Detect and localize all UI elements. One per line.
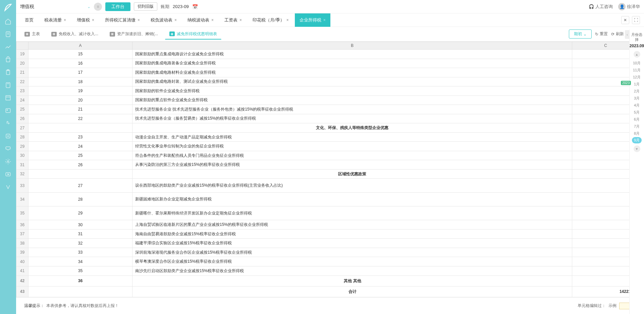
panel-collapse-handle[interactable]: ‹ <box>625 30 630 39</box>
row-number[interactable]: 28 <box>16 132 29 142</box>
calendar-icon[interactable]: 📅 <box>192 4 198 9</box>
sheet-corner[interactable] <box>16 42 29 50</box>
row-number[interactable]: 34 <box>16 192 29 206</box>
cell-b[interactable]: 经营性文化事业单位转制为企业的免征企业所得税 <box>132 142 572 151</box>
cell-a[interactable] <box>29 169 132 179</box>
close-icon[interactable]: × <box>323 18 326 22</box>
period-init-dropdown[interactable]: 期初 ⌄ <box>569 29 592 39</box>
month-item[interactable]: 1月 <box>630 81 644 88</box>
row-number[interactable]: 43 <box>16 286 29 297</box>
title-dropdown-icon[interactable]: ⌄ <box>87 4 91 9</box>
cell-a[interactable]: 15 <box>29 50 132 59</box>
month-item[interactable]: 6月 <box>630 116 644 123</box>
close-all-icon[interactable]: ✕ <box>621 16 629 24</box>
month-item[interactable]: 10月 <box>633 60 641 67</box>
expand-icon[interactable]: ⛶ <box>632 16 640 24</box>
table-row[interactable]: 2823动漫企业自主开发、生产动漫产品定期减免企业所得税 <box>16 132 639 142</box>
cell-b[interactable]: 文化、环保、残疾人等特殊类型企业优惠 <box>132 123 572 133</box>
row-number[interactable]: 21 <box>16 68 29 77</box>
tab-item[interactable]: 税表清册× <box>40 13 71 27</box>
month-item[interactable]: 5月 <box>630 109 644 116</box>
cell-b[interactable]: 海南自由贸易港鼓励类企业减按15%税率征收企业所得税 <box>132 229 572 239</box>
switch-old-button[interactable]: 切到旧版 <box>134 2 157 11</box>
tab-item[interactable]: 工资表× <box>220 13 247 27</box>
close-icon[interactable]: × <box>286 18 289 22</box>
cell-b[interactable]: 上海自贸试验区临港新片区的重点产业企业减按15%的税率征收企业所得税 <box>132 220 572 230</box>
month-item[interactable]: 11月 <box>633 67 641 74</box>
table-row[interactable]: 3731海南自由贸易港鼓励类企业减按15%税率征收企业所得税 <box>16 229 639 239</box>
cell-a[interactable]: 30 <box>29 220 132 230</box>
table-row[interactable]: 2521技术先进型服务企业 技术先进型服务企业（服务外包类）减按15%的税率征收… <box>16 105 639 114</box>
cell-b[interactable]: 国家鼓励的软件企业减免企业所得税 <box>132 86 572 96</box>
cell-b[interactable]: 技术先进型服务企业 技术先进型服务企业（服务外包类）减按15%的税率征收企业所得… <box>132 105 572 114</box>
cell-b[interactable]: 合计 <box>132 286 572 297</box>
row-number[interactable]: 39 <box>16 248 29 257</box>
cell-b[interactable]: 横琴粤澳深度合作区企业减按15%税率征收企业所得税 <box>132 257 572 266</box>
chart-icon[interactable] <box>5 44 11 50</box>
col-header-b[interactable]: B <box>132 42 572 50</box>
row-number[interactable]: 42 <box>16 275 29 286</box>
cell-b[interactable]: 国家鼓励的集成电路封装、测试企业减免企业所得税 <box>132 77 572 86</box>
cell-a[interactable] <box>29 123 132 133</box>
cell-a[interactable]: 36 <box>29 275 132 286</box>
row-number[interactable]: 29 <box>16 142 29 151</box>
close-icon[interactable]: × <box>174 18 177 22</box>
row-number[interactable]: 32 <box>16 169 29 179</box>
cell-b[interactable]: 设在西部地区的鼓励类产业企业减按15%的税率征收企业所得税(主营业务收入占比) <box>132 179 572 192</box>
export-icon[interactable] <box>5 133 11 139</box>
cell-b[interactable]: 区域性优惠政策 <box>132 169 572 179</box>
table-row[interactable]: 2420国家鼓励的重点软件企业减免企业所得税 <box>16 96 639 105</box>
close-icon[interactable]: × <box>92 18 94 22</box>
image-icon[interactable] <box>5 107 11 114</box>
cell-a[interactable]: 19 <box>29 86 132 96</box>
table-row[interactable]: 2117国家鼓励的集成电路材料企业减免企业所得税 <box>16 68 639 77</box>
table-row[interactable]: 2622技术先进型服务企业（服务贸易类）减按15%的税率征收企业所得税 <box>16 114 639 123</box>
row-number[interactable]: 19 <box>16 50 29 59</box>
template-icon[interactable] <box>5 95 11 101</box>
cell-b[interactable]: 国家鼓励的重点集成电路设计企业减免企业所得税 <box>132 50 572 59</box>
cell-a[interactable]: 17 <box>29 68 132 77</box>
cell-a[interactable]: 24 <box>29 142 132 151</box>
table-row[interactable]: 3832福建平潭综合实验区企业减按15%税率征收企业所得税 <box>16 239 639 248</box>
cell-b[interactable]: 动漫企业自主开发、生产动漫产品定期减免企业所得税 <box>132 132 572 142</box>
cell-a[interactable]: 31 <box>29 229 132 239</box>
row-number[interactable]: 33 <box>16 179 29 192</box>
subtab-item[interactable]: ▦主表 <box>20 29 44 39</box>
table-row[interactable]: 27文化、环保、残疾人等特殊类型企业优惠 <box>16 123 639 133</box>
table-row[interactable]: 2319国家鼓励的软件企业减免企业所得税 <box>16 86 639 96</box>
cell-a[interactable]: 28 <box>29 192 132 206</box>
tab-item[interactable]: 首页 <box>20 13 38 27</box>
month-item[interactable]: 4月 <box>630 102 644 109</box>
refresh-button[interactable]: ⟳ 刷新 <box>611 31 624 37</box>
table-row[interactable]: 3025符合条件的生产和装配伤残人员专门用品企业免征企业所得税 <box>16 151 639 160</box>
table-row[interactable]: 4034横琴粤澳深度合作区企业减按15%税率征收企业所得税 <box>16 257 639 266</box>
subtab-item[interactable]: ▦免税收入、减计收入... <box>47 29 103 39</box>
tab-item[interactable]: 纳税波动表× <box>183 13 218 27</box>
cell-b[interactable]: 从事污染防治的第三方企业减按15%的税率征收企业所得税 <box>132 160 572 170</box>
table-row[interactable]: 4236其他 其他 <box>16 275 639 286</box>
row-number[interactable]: 31 <box>16 160 29 170</box>
row-number[interactable]: 27 <box>16 123 29 133</box>
inbox-icon[interactable] <box>5 145 11 152</box>
cell-b[interactable]: 深圳前海深港现代服务业合作区企业减按15%税率征收企业所得税 <box>132 248 572 257</box>
video-icon[interactable] <box>5 171 11 178</box>
home-icon[interactable] <box>5 18 11 25</box>
row-number[interactable]: 23 <box>16 86 29 96</box>
cell-a[interactable]: 23 <box>29 132 132 142</box>
cell-a[interactable]: 26 <box>29 160 132 170</box>
bag-icon[interactable] <box>5 56 11 63</box>
table-row[interactable]: 3933深圳前海深港现代服务业合作区企业减按15%税率征收企业所得税 <box>16 248 639 257</box>
cell-b[interactable]: 技术先进型服务企业（服务贸易类）减按15%的税率征收企业所得税 <box>132 114 572 123</box>
table-row[interactable]: 2218国家鼓励的集成电路封装、测试企业减免企业所得税 <box>16 77 639 86</box>
cell-b[interactable]: 新疆喀什、霍尔果斯特殊经济开发区新办企业定期免征企业所得税 <box>132 206 572 220</box>
close-icon[interactable]: × <box>138 18 140 22</box>
list-icon[interactable]: ≡ <box>94 3 102 11</box>
cell-b[interactable]: 国家鼓励的集成电路装备企业减免企业所得税 <box>132 59 572 68</box>
cell-b[interactable]: 其他 其他 <box>132 275 572 286</box>
table-row[interactable]: 3327设在西部地区的鼓励类产业企业减按15%的税率征收企业所得税(主营业务收入… <box>16 179 639 192</box>
cell-a[interactable]: 18 <box>29 77 132 86</box>
cell-a[interactable]: 35 <box>29 266 132 275</box>
consult-link[interactable]: 🎧 人工咨询 <box>589 4 613 10</box>
col-header-a[interactable]: A <box>29 42 132 50</box>
row-number[interactable]: 30 <box>16 151 29 160</box>
